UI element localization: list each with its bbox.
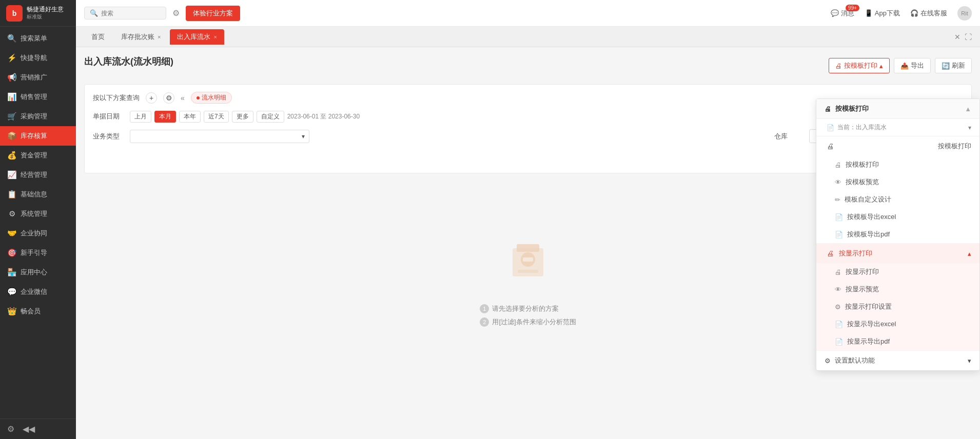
tab-flow-label: 出入库流水 (177, 32, 210, 42)
wechat-icon: 💬 (7, 287, 16, 296)
sidebar-item-label: 新手引导 (21, 248, 47, 257)
sidebar-item-purchase[interactable]: 🛒 采购管理 (0, 107, 76, 126)
dropdown-footer[interactable]: ⚙ 设置默认功能 (816, 351, 979, 370)
more-btn[interactable]: 更多 (232, 111, 253, 123)
filter-settings-btn[interactable]: ⚙ (163, 92, 174, 104)
sidebar-item-inventory[interactable]: 📦 库存核算 (0, 126, 76, 146)
display-printer-icon: 🖨 (827, 249, 835, 257)
page-content: 出入库流水(流水明细) 🖨 按模板打印 📤 导出 🔄 刷新 (76, 47, 980, 439)
date-shortcuts: 上月 本月 本年 近7天 更多 自定义 2023-06-01 至 2023-06… (130, 111, 360, 123)
tab-batch[interactable]: 库存批次账 × (114, 29, 168, 45)
display-preview-item[interactable]: 👁 按显示预览 (816, 281, 979, 298)
this-month-btn[interactable]: 本月 (154, 111, 176, 123)
settings-icon[interactable]: ⚙ (172, 8, 180, 18)
current-icon: 📄 (827, 124, 834, 131)
guide-icon: 🎯 (7, 248, 16, 257)
display-print-header[interactable]: 🖨 按显示打印 (816, 244, 979, 263)
sidebar-item-marketing[interactable]: 📢 营销推广 (0, 68, 76, 87)
member-icon: 👑 (7, 307, 16, 316)
template-preview-item[interactable]: 👁 按模板预览 (816, 173, 979, 191)
sidebar-item-label: 畅会员 (21, 307, 41, 316)
sidebar-item-label: 资金管理 (21, 151, 47, 160)
topbar-right: 💬 消息 99+ 📱 App下载 🎧 在线客服 Rit (831, 6, 972, 21)
tp-customize-icon: ✏ (835, 196, 840, 204)
window-max-btn[interactable]: ⛶ (965, 33, 972, 41)
topbar: 🔍 ⚙ 体验行业方案 💬 消息 99+ 📱 App下载 🎧 在线客服 Rit (76, 0, 980, 27)
template-print-item[interactable]: 🖨 按模板打印 (816, 156, 979, 173)
sidebar-collapse-btn[interactable]: ◀◀ (23, 424, 35, 434)
svg-rect-3 (523, 257, 533, 262)
dp-print-icon: 🖨 (835, 268, 841, 276)
dropdown-collapse-btn[interactable]: ▲ (965, 105, 971, 113)
date-range: 2023-06-01 至 2023-06-30 (287, 112, 360, 121)
last7-btn[interactable]: 近7天 (204, 111, 229, 123)
sidebar-footer: ⚙ ◀◀ (0, 418, 76, 439)
industry-btn[interactable]: 体验行业方案 (186, 6, 240, 21)
template-customize-item[interactable]: ✏ 模板自定义设计 (816, 191, 979, 208)
business-type-select[interactable] (130, 130, 309, 143)
sidebar-item-shortcut[interactable]: ⚡ 快捷导航 (0, 48, 76, 68)
add-filter-btn[interactable]: + (146, 92, 157, 104)
display-excel-item[interactable]: 📄 按显示导出excel (816, 315, 979, 333)
display-print-item[interactable]: 🖨 按显示打印 (816, 263, 979, 281)
last-month-btn[interactable]: 上月 (130, 111, 151, 123)
display-pdf-item[interactable]: 📄 按显示导出pdf (816, 333, 979, 350)
tab-flow[interactable]: 出入库流水 × (170, 29, 224, 45)
export-icon: 📤 (900, 62, 909, 70)
print-template-btn[interactable]: 🖨 按模板打印 (829, 58, 890, 73)
this-year-btn[interactable]: 本年 (179, 111, 201, 123)
sidebar-item-wechat[interactable]: 💬 企业微信 (0, 282, 76, 302)
sidebar-item-finance[interactable]: 💰 资金管理 (0, 146, 76, 165)
template-pdf-item[interactable]: 📄 按模板导出pdf (816, 226, 979, 243)
sidebar-item-system[interactable]: ⚙ 系统管理 (0, 204, 76, 224)
inventory-icon: 📦 (7, 131, 16, 141)
dp-pdf-icon: 📄 (835, 338, 843, 346)
notifications-btn[interactable]: 💬 消息 99+ (831, 9, 854, 18)
search-input[interactable] (101, 10, 152, 17)
tp-print-icon: 🖨 (835, 161, 841, 169)
sales-icon: 📊 (7, 92, 16, 102)
operation-icon: 📈 (7, 170, 16, 179)
refresh-btn[interactable]: 🔄 刷新 (935, 58, 972, 73)
filter-tag[interactable]: 流水明细 (191, 92, 232, 104)
empty-tip-1: 1 请先选择要分析的方案 (480, 304, 576, 313)
topbar-search[interactable]: 🔍 (84, 7, 166, 19)
collapse-icon[interactable]: « (181, 94, 185, 102)
sidebar-item-appstore[interactable]: 🏪 应用中心 (0, 263, 76, 282)
biz-type-label: 业务类型 (93, 132, 124, 141)
sidebar-item-member[interactable]: 👑 畅会员 (0, 302, 76, 321)
custom-btn[interactable]: 自定义 (257, 111, 284, 123)
user-avatar: Rit (957, 6, 972, 21)
app-download-btn[interactable]: 📱 App下载 (865, 9, 900, 18)
sidebar-item-sales[interactable]: 📊 销售管理 (0, 87, 76, 107)
tabs-bar: 首页 库存批次账 × 出入库流水 × ✕ ⛶ (76, 27, 980, 47)
sidebar-item-guide[interactable]: 🎯 新手引导 (0, 243, 76, 263)
sidebar-item-search[interactable]: 🔍 搜索菜单 (0, 29, 76, 48)
sidebar-item-operation[interactable]: 📈 经营管理 (0, 165, 76, 185)
sidebar-nav: 🔍 搜索菜单 ⚡ 快捷导航 📢 营销推广 📊 销售管理 🛒 采购管理 📦 库存核… (0, 27, 76, 418)
app-logo: b 畅捷通好生意 标准版 (0, 0, 76, 27)
partner-icon: 🤝 (7, 229, 16, 238)
user-name: Rit (961, 10, 968, 16)
dropdown-title: 🖨 按模板打印 (825, 104, 869, 113)
sidebar-settings-btn[interactable]: ⚙ (7, 424, 14, 434)
dropdown-header: 🖨 按模板打印 ▲ (816, 99, 979, 119)
customer-service-btn[interactable]: 🎧 在线客服 (910, 9, 947, 18)
current-chevron[interactable] (968, 124, 971, 131)
dp-settings-icon: ⚙ (835, 303, 841, 311)
sidebar-item-label: 营销推广 (21, 73, 47, 82)
tab-batch-close[interactable]: × (158, 34, 161, 40)
tab-home[interactable]: 首页 (84, 29, 112, 45)
main-content: 🔍 ⚙ 体验行业方案 💬 消息 99+ 📱 App下载 🎧 在线客服 Rit (76, 0, 980, 439)
window-close-btn[interactable]: ✕ (954, 33, 961, 41)
tab-flow-close[interactable]: × (213, 34, 217, 40)
user-menu[interactable]: Rit (957, 6, 972, 21)
sidebar-item-partner[interactable]: 🤝 企业协同 (0, 224, 76, 243)
export-btn[interactable]: 📤 导出 (894, 58, 931, 73)
template-print-header[interactable]: 🖨 按模板打印 (816, 136, 979, 156)
template-excel-item[interactable]: 📄 按模板导出excel (816, 208, 979, 226)
display-settings-item[interactable]: ⚙ 按显示打印设置 (816, 298, 979, 315)
sidebar-item-basic[interactable]: 📋 基础信息 (0, 185, 76, 204)
empty-illustration (502, 233, 554, 294)
sidebar-item-label: 搜索菜单 (21, 34, 47, 43)
